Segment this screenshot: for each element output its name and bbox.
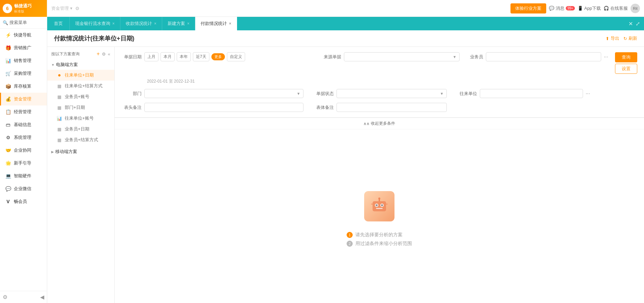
mobile-group-header[interactable]: ▶ 移动端方案 <box>47 147 114 157</box>
footer-collapse-icon[interactable]: ◀ <box>40 294 44 300</box>
sidebar-item-guide[interactable]: 🌟 新手引导 <box>0 157 47 170</box>
this-month-btn[interactable]: 本月 <box>160 52 175 61</box>
sidebar-item-finance[interactable]: 💰 资金管理 <box>0 93 47 105</box>
scheme-icon: ▦ <box>57 137 62 143</box>
topbar-settings-icon[interactable]: ⚙ <box>75 6 80 11</box>
panel-settings-icon[interactable]: ⚙ <box>102 52 106 57</box>
query-button[interactable]: 查询 <box>615 52 637 62</box>
dropdown-arrow-icon[interactable]: ▾ <box>70 6 72 11</box>
custom-btn[interactable]: 自定义 <box>227 52 245 61</box>
tab-home[interactable]: 首页 <box>47 17 70 30</box>
tab-receipt-stats-close[interactable]: × <box>154 21 156 26</box>
staff-input[interactable] <box>486 52 601 61</box>
industry-scheme-button[interactable]: 体验行业方案 <box>510 3 546 13</box>
sidebar-item-operation[interactable]: 📋 经营管理 <box>0 105 47 118</box>
refresh-button[interactable]: ↻ 刷新 <box>623 35 637 41</box>
tab-payment-stats[interactable]: 付款情况统计 × <box>195 17 237 30</box>
sidebar-item-hardware[interactable]: 💻 智能硬件 <box>0 170 47 182</box>
scheme-item-dept-date[interactable]: ▦ 部门+日期 <box>47 102 114 113</box>
tab-payment-stats-label: 付款情况统计 <box>201 21 227 27</box>
online-service-button[interactable]: 🎧 在线客服 <box>604 5 628 11</box>
tab-expand-icon[interactable]: ⤢ <box>636 21 640 27</box>
sidebar-item-label: 智能硬件 <box>14 173 31 179</box>
breadcrumb-text: 资金管理 <box>51 5 69 11</box>
scheme-item-staff-settle[interactable]: ▦ 业务员+结算方式 <box>47 134 114 145</box>
avatar[interactable]: Rit <box>631 4 640 13</box>
content-area: 按以下方案查询 + ⚙ « ▼ 电脑端方案 ● 往来单位+日期 ▦ <box>47 47 644 303</box>
scheme-item-unit-account[interactable]: 📊 往来单位+账号 <box>47 113 114 124</box>
mobile-group-label: 移动端方案 <box>55 149 77 155</box>
tab-receipt-stats[interactable]: 收款情况统计 × <box>120 17 162 30</box>
panel-add-icon[interactable]: + <box>96 51 99 57</box>
search-label: 搜索菜单 <box>9 20 27 26</box>
voucher-status-label: 单据状态 <box>310 91 334 97</box>
sidebar-item-purchase[interactable]: 🛒 采购管理 <box>0 67 47 80</box>
voucher-status-select[interactable]: ▾ <box>336 89 447 98</box>
refresh-icon: ↻ <box>623 36 627 41</box>
wechat-icon: 💬 <box>5 186 11 192</box>
refresh-label: 刷新 <box>628 35 637 41</box>
empty-robot-icon <box>364 191 394 221</box>
tab-payment-stats-close[interactable]: × <box>229 21 231 26</box>
export-button[interactable]: ⬆ 导出 <box>606 35 619 41</box>
header-note-input[interactable] <box>144 103 303 112</box>
sidebar-item-marketing[interactable]: 🎁 营销推广 <box>0 41 47 54</box>
sidebar-item-label: 营销推广 <box>14 45 31 51</box>
scheme-item-unit-settle[interactable]: ▦ 往来单位+结算方式 <box>47 81 114 91</box>
last-7days-btn[interactable]: 近7天 <box>193 52 209 61</box>
finance-icon: 💰 <box>5 96 11 102</box>
messages-button[interactable]: 💬 消息 99+ <box>549 5 575 11</box>
tab-bank-flow[interactable]: 现金银行流水查询 × <box>70 17 120 30</box>
topbar: 资金管理 ▾ ⚙ 体验行业方案 💬 消息 99+ 📱 App下载 🎧 在线客服 … <box>47 0 644 17</box>
scheme-icon: ▦ <box>57 83 62 89</box>
sidebar-item-wechat[interactable]: 💬 企业微信 <box>0 182 47 195</box>
source-select[interactable]: ▾ <box>344 52 460 61</box>
empty-tip-1: 1 请先选择要分析的方案 <box>347 232 412 238</box>
sidebar-item-system[interactable]: ⚙ 系统管理 <box>0 131 47 144</box>
app-download-button[interactable]: 📱 App下载 <box>578 5 601 11</box>
panel-label: 按以下方案查询 <box>51 51 80 57</box>
body-note-input[interactable] <box>336 103 447 112</box>
tab-bank-flow-close[interactable]: × <box>112 21 115 26</box>
panel-collapse-icon[interactable]: « <box>108 52 110 57</box>
svg-point-4 <box>381 204 383 206</box>
footer-settings-icon[interactable]: ⚙ <box>3 294 7 300</box>
more-btn[interactable]: 更多 <box>211 53 225 60</box>
sidebar-item-member[interactable]: V 畅会员 <box>0 195 47 208</box>
messages-badge: 99+ <box>566 6 575 10</box>
last-month-btn[interactable]: 上月 <box>144 52 158 61</box>
panel-header: 按以下方案查询 + ⚙ « <box>47 51 114 60</box>
partner-input[interactable] <box>480 89 583 98</box>
this-year-btn[interactable]: 本年 <box>177 52 191 61</box>
page-title: 付款情况统计(往来单位+日期) <box>54 34 135 42</box>
dept-select[interactable]: ▾ <box>144 89 303 98</box>
sidebar-search[interactable]: 🔍 搜索菜单 <box>0 17 47 29</box>
scheme-icon: ▦ <box>57 105 62 110</box>
staff-dots[interactable]: ··· <box>604 54 608 60</box>
source-dropdown-icon: ▾ <box>453 54 456 59</box>
desktop-group-label: 电脑端方案 <box>56 62 78 68</box>
scheme-item-staff-account[interactable]: ▦ 业务员+账号 <box>47 91 114 102</box>
desktop-group-header[interactable]: ▼ 电脑端方案 <box>47 60 114 70</box>
tab-new-scheme[interactable]: 新建方案 × <box>162 17 195 30</box>
tab-close-all-icon[interactable]: ✕ <box>628 21 633 27</box>
setting-button[interactable]: 设置 <box>615 64 637 74</box>
sidebar-item-quick-nav[interactable]: ⚡ 快捷导航 <box>0 29 47 41</box>
scheme-item-staff-date[interactable]: ▦ 业务员+日期 <box>47 124 114 134</box>
sidebar-item-sales[interactable]: 📊 销售管理 <box>0 54 47 67</box>
system-icon: ⚙ <box>5 134 11 141</box>
partner-dots[interactable]: ··· <box>586 91 590 97</box>
sidebar-item-basic-info[interactable]: 🗃 基础信息 <box>0 118 47 131</box>
filter-actions: 查询 设置 <box>615 52 637 74</box>
page-header-actions: ⬆ 导出 ↻ 刷新 <box>606 35 637 41</box>
header-note-label: 表头备注 <box>121 104 142 111</box>
scheme-item-unit-date[interactable]: ● 往来单位+日期 <box>47 70 114 81</box>
sidebar-item-label: 畅会员 <box>14 199 27 205</box>
robot-svg <box>369 196 389 216</box>
collapse-bar[interactable]: ∧∧ 收起更多条件 <box>115 118 644 129</box>
sidebar-item-enterprise[interactable]: 🤝 企业协同 <box>0 144 47 157</box>
right-panel: 单据日期 上月 本月 本年 近7天 更多 自定义 来源单据 <box>115 47 644 303</box>
tab-new-scheme-close[interactable]: × <box>187 21 189 26</box>
sidebar-item-inventory[interactable]: 📦 库存核算 <box>0 80 47 93</box>
online-service-icon: 🎧 <box>604 6 609 11</box>
